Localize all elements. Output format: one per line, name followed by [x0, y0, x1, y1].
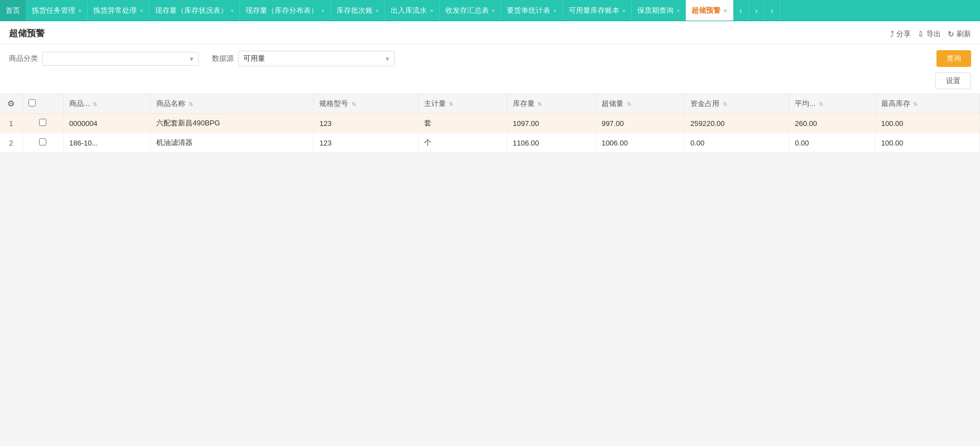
product-code-cell: 0000004 — [63, 114, 150, 133]
share-button[interactable]: ⤴ 分享 — [890, 29, 911, 39]
col-max-stock[interactable]: 最高库存 ⇅ — [875, 94, 979, 114]
col-stock[interactable]: 库存量 ⇅ — [507, 94, 595, 114]
product-category-label: 商品分类 — [9, 54, 38, 64]
export-button[interactable]: ⇩ 导出 — [917, 29, 941, 39]
max-stock-cell: 100.00 — [875, 114, 979, 133]
page-header: 超储预警 ⤴ 分享 ⇩ 导出 ↻ 刷新 — [0, 21, 980, 45]
data-source-arrow: ▾ — [386, 55, 390, 63]
row-checkbox[interactable] — [39, 138, 46, 146]
share-icon: ⤴ — [890, 30, 894, 38]
nav-stock-status[interactable]: 现存量（库存状况表） × — [150, 0, 240, 21]
max-stock-cell: 100.00 — [875, 133, 979, 153]
sort-avg: ⇅ — [819, 101, 823, 107]
close-pick-task[interactable]: × — [78, 7, 81, 14]
col-capital[interactable]: 资金占用 ⇅ — [685, 94, 789, 114]
table-row: 2186-10...机油滤清器123个1106.001006.000.000.0… — [0, 133, 980, 153]
row-checkbox-cell — [22, 114, 63, 133]
nav-more[interactable]: › — [765, 0, 780, 21]
nav-pick-task[interactable]: 拣货任务管理 × — [26, 0, 88, 21]
product-name-cell: 六配套新昌490BPG — [151, 114, 314, 133]
col-avg[interactable]: 平均... ⇅ — [789, 94, 875, 114]
col-product-code[interactable]: 商品... ⇅ — [63, 94, 150, 114]
over-stock-cell: 997.00 — [595, 114, 684, 133]
product-code-cell: 186-10... — [63, 133, 150, 153]
header-actions: ⤴ 分享 ⇩ 导出 ↻ 刷新 — [890, 29, 971, 39]
avg-cell: 0.00 — [789, 133, 875, 153]
page-title: 超储预警 — [9, 28, 45, 40]
spec-cell: 123 — [314, 114, 418, 133]
col-gear[interactable]: ⚙ — [0, 94, 22, 114]
main-table: ⚙ 商品... ⇅ 商品名称 ⇅ 规格型号 ⇅ — [0, 94, 980, 153]
product-category-filter: 商品分类 ▾ — [9, 52, 199, 66]
data-source-value: 可用量 — [243, 54, 265, 64]
row-checkbox-cell — [22, 133, 63, 153]
nav-overstock[interactable]: 超储预警 × — [686, 0, 733, 21]
col-spec[interactable]: 规格型号 ⇅ — [314, 94, 418, 114]
query-button[interactable]: 查询 — [936, 50, 971, 67]
sort-unit: ⇅ — [449, 101, 453, 107]
close-stock-status[interactable]: × — [230, 7, 234, 14]
refresh-button[interactable]: ↻ 刷新 — [948, 29, 971, 39]
close-flow[interactable]: × — [430, 7, 433, 14]
export-icon: ⇩ — [917, 30, 924, 38]
col-over-stock[interactable]: 超储量 ⇅ — [595, 94, 684, 114]
close-stock-dist[interactable]: × — [321, 7, 324, 14]
settings-button[interactable]: 设置 — [935, 72, 971, 89]
sort-over-stock: ⇅ — [627, 101, 631, 107]
col-product-name[interactable]: 商品名称 ⇅ — [151, 94, 314, 114]
data-source-filter: 数据源 可用量 ▾ — [212, 51, 395, 66]
filter-actions: 查询 — [936, 50, 971, 67]
close-pick-exception[interactable]: × — [140, 7, 143, 14]
nav-pick-exception[interactable]: 拣货异常处理 × — [88, 0, 149, 21]
nav-flow[interactable]: 出入库流水 × — [385, 0, 439, 21]
sort-product-code: ⇅ — [93, 101, 97, 107]
select-all-checkbox[interactable] — [28, 99, 36, 106]
close-req-stat[interactable]: × — [553, 7, 556, 14]
close-quality-check[interactable]: × — [676, 7, 680, 14]
close-overstock[interactable]: × — [723, 7, 727, 14]
gear-icon[interactable]: ⚙ — [7, 99, 15, 108]
nav-req-stat[interactable]: 要货单统计表 × — [501, 0, 563, 21]
table-container: ⚙ 商品... ⇅ 商品名称 ⇅ 规格型号 ⇅ — [0, 94, 980, 153]
stock-cell: 1106.00 — [507, 133, 595, 153]
settings-btn-row: 设置 — [0, 72, 980, 94]
data-source-select[interactable]: 可用量 ▾ — [238, 51, 395, 66]
capital-cell: 259220.00 — [685, 114, 789, 133]
sort-max-stock: ⇅ — [913, 101, 917, 107]
close-summary[interactable]: × — [492, 7, 495, 14]
table-row: 10000004六配套新昌490BPG123套1097.00997.002592… — [0, 114, 980, 133]
unit-cell: 套 — [418, 114, 507, 133]
col-checkbox[interactable] — [22, 94, 63, 114]
sort-capital: ⇅ — [723, 101, 727, 107]
nav-scroll-left[interactable]: ‹ — [733, 0, 749, 21]
row-checkbox[interactable] — [39, 119, 46, 126]
product-category-arrow: ▾ — [190, 55, 194, 63]
filter-row: 商品分类 ▾ 数据源 可用量 ▾ 查询 — [0, 45, 980, 72]
row-number: 2 — [0, 133, 22, 153]
row-number: 1 — [0, 114, 22, 133]
nav-scroll-right[interactable]: › — [749, 0, 765, 21]
nav-stock-dist[interactable]: 现存量（库存分布表） × — [240, 0, 330, 21]
nav-summary[interactable]: 收发存汇总表 × — [440, 0, 501, 21]
nav-home[interactable]: 首页 — [0, 0, 26, 21]
sort-spec: ⇅ — [352, 101, 356, 107]
nav-batch-account[interactable]: 库存批次账 × — [331, 0, 385, 21]
product-name-cell: 机油滤清器 — [151, 133, 314, 153]
col-unit[interactable]: 主计量 ⇅ — [418, 94, 507, 114]
close-batch-account[interactable]: × — [376, 7, 379, 14]
top-nav: 首页 拣货任务管理 × 拣货异常处理 × 现存量（库存状况表） × 现存量（库存… — [0, 0, 980, 21]
sort-product-name: ⇅ — [189, 101, 193, 107]
close-available-account[interactable]: × — [622, 7, 626, 14]
table-header-row: ⚙ 商品... ⇅ 商品名称 ⇅ 规格型号 ⇅ — [0, 94, 980, 114]
avg-cell: 260.00 — [789, 114, 875, 133]
page-container: 超储预警 ⤴ 分享 ⇩ 导出 ↻ 刷新 商品分类 ▾ 数据源 — [0, 21, 980, 153]
data-source-label: 数据源 — [212, 54, 234, 64]
spec-cell: 123 — [314, 133, 418, 153]
product-category-select[interactable]: ▾ — [42, 52, 199, 66]
over-stock-cell: 1006.00 — [595, 133, 684, 153]
sort-stock: ⇅ — [537, 101, 542, 107]
nav-available-account[interactable]: 可用量库存账本 × — [563, 0, 632, 21]
refresh-icon: ↻ — [948, 30, 954, 38]
unit-cell: 个 — [418, 133, 507, 153]
nav-quality-check[interactable]: 保质期查询 × — [632, 0, 686, 21]
